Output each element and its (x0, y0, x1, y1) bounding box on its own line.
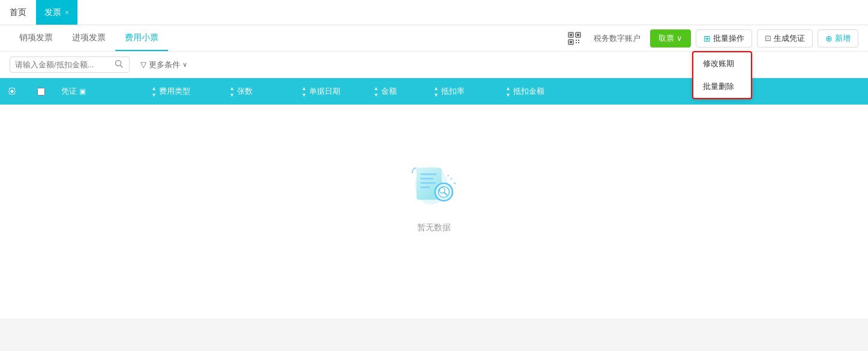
sub-nav-item-purchase[interactable]: 进项发票 (62, 25, 115, 51)
sub-nav-item-sales[interactable]: 销项发票 (10, 25, 62, 51)
tax-account-button[interactable]: 税务数字账户 (589, 33, 645, 44)
sub-nav-label-sales: 销项发票 (19, 32, 53, 43)
table-header-checkbox[interactable] (35, 88, 59, 96)
table-header-expense-type: ▲▼ 费用类型 (149, 85, 227, 98)
svg-rect-18 (420, 182, 435, 184)
sub-nav-label-purchase: 进项发票 (72, 32, 106, 43)
sort-arrows-deduct-rate[interactable]: ▲▼ (433, 85, 439, 98)
svg-rect-7 (578, 40, 579, 41)
sort-arrows-expense[interactable]: ▲▼ (151, 85, 157, 98)
svg-rect-16 (420, 174, 436, 176)
deduct-rate-col-label: 抵扣率 (441, 86, 465, 97)
svg-rect-3 (577, 34, 579, 36)
table-header-date: ▲▼ 单据日期 (299, 85, 371, 98)
filter-button[interactable]: ▽ 更多条件 ∨ (136, 57, 192, 73)
invoice-tab[interactable]: 发票 × (36, 0, 77, 25)
select-all-checkbox[interactable] (37, 88, 45, 96)
take-invoice-chevron-icon: ∨ (677, 34, 683, 43)
sub-nav-label-expense: 费用小票 (125, 32, 158, 43)
batch-ops-button[interactable]: ⊞ 批量操作 (696, 29, 752, 47)
take-invoice-label: 取票 (659, 33, 674, 44)
top-nav: 首页 发票 × (0, 0, 868, 25)
table-header-deduct-rate: ▲▼ 抵扣率 (431, 85, 503, 98)
voucher-col-label: 凭证 (61, 86, 77, 97)
sub-nav-item-expense[interactable]: 费用小票 (115, 25, 168, 51)
expense-type-col-label: 费用类型 (159, 86, 190, 97)
filter-chevron-icon: ∨ (182, 61, 187, 69)
empty-state: 暂无数据 (0, 105, 868, 257)
close-icon[interactable]: × (65, 8, 69, 17)
search-input[interactable] (15, 60, 111, 69)
empty-state-icon (404, 153, 464, 213)
sort-arrows-count[interactable]: ▲▼ (229, 85, 235, 98)
sort-arrows-date[interactable]: ▲▼ (301, 85, 307, 98)
svg-rect-5 (570, 41, 572, 43)
add-icon: ⊕ (825, 34, 833, 43)
add-label: 新增 (835, 33, 851, 44)
invoice-tab-label: 发票 (44, 7, 61, 18)
amount-col-label: 金额 (381, 86, 397, 97)
table-header-amount: ▲▼ 金额 (371, 85, 431, 98)
sort-arrows-deduct-amount[interactable]: ▲▼ (505, 85, 511, 98)
date-col-label: 单据日期 (309, 86, 340, 97)
qr-icon-button[interactable] (565, 29, 584, 48)
toolbar-right: 税务数字账户 取票 ∨ ⊞ 批量操作 修改账期 批量删除 ⊡ 生成凭证 ⊕ (565, 29, 858, 48)
take-invoice-button[interactable]: 取票 ∨ (650, 29, 691, 47)
svg-point-25 (454, 183, 456, 185)
sub-nav-toolbar-row: 销项发票 进项发票 费用小票 税务数字账户 (0, 25, 868, 52)
empty-state-text: 暂无数据 (417, 222, 451, 233)
table-header-settings[interactable] (5, 87, 35, 96)
dropdown-item-modify-period[interactable]: 修改账期 (693, 52, 751, 75)
batch-ops-icon: ⊞ (704, 34, 711, 43)
svg-rect-19 (420, 186, 430, 188)
table-header-deduct-amount: ▲▼ 抵扣金额 (503, 85, 863, 98)
sub-nav: 销项发票 进项发票 费用小票 (10, 25, 168, 51)
gen-voucher-label: 生成凭证 (774, 33, 805, 44)
svg-point-12 (11, 90, 14, 93)
filter-label: 更多条件 (149, 60, 180, 70)
search-box (10, 56, 130, 73)
gen-voucher-icon: ⊡ (765, 34, 771, 43)
svg-rect-1 (570, 34, 572, 36)
svg-point-26 (448, 175, 449, 176)
count-col-label: 张数 (237, 86, 253, 97)
svg-line-11 (121, 66, 123, 68)
batch-ops-dropdown-menu: 修改账期 批量删除 (692, 51, 752, 99)
table-header-voucher: 凭证 ▣ (59, 86, 131, 97)
voucher-filter-icon[interactable]: ▣ (79, 87, 86, 96)
gen-voucher-button[interactable]: ⊡ 生成凭证 (757, 29, 813, 47)
dropdown-item-batch-delete[interactable]: 批量删除 (693, 75, 751, 98)
home-nav-item[interactable]: 首页 (0, 0, 36, 25)
svg-rect-9 (578, 42, 579, 43)
svg-rect-6 (576, 40, 577, 41)
add-button[interactable]: ⊕ 新增 (818, 29, 858, 47)
filter-icon: ▽ (140, 60, 146, 69)
svg-rect-8 (576, 42, 577, 43)
content-area: 凭证 ▣ ▲▼ 费用类型 ▲▼ 张数 ▲▼ 单据日期 ▲▼ 金额 ▲▼ 抵扣率 (0, 78, 868, 319)
batch-ops-label: 批量操作 (713, 33, 744, 44)
batch-ops-container: ⊞ 批量操作 修改账期 批量删除 (696, 29, 752, 47)
search-icon[interactable] (115, 60, 123, 70)
svg-point-24 (450, 178, 453, 180)
sort-arrows-amount[interactable]: ▲▼ (373, 85, 379, 98)
svg-rect-17 (420, 178, 433, 180)
table-header-count: ▲▼ 张数 (227, 85, 299, 98)
deduct-amount-col-label: 抵扣金额 (513, 86, 544, 97)
